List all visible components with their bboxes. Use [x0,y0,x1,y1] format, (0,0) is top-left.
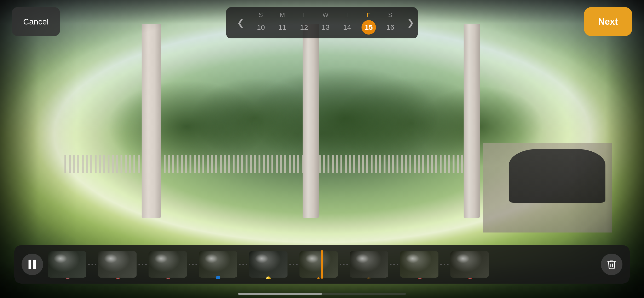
chevron-left-icon: ❮ [237,18,244,28]
timeline-dots-4 [288,264,298,265]
day-letter: F [367,11,371,19]
dot [95,264,96,265]
thumb-glare [456,254,470,263]
thumb-image-1 [98,251,136,278]
next-label: Next [598,17,618,27]
dot [242,264,244,265]
day-letter: M [280,11,285,19]
timeline-event-0[interactable]: 🚗 [48,251,86,278]
day-letter: S [388,11,392,19]
thumb-glare [406,254,419,263]
timeline-event-2[interactable]: 🚗 [148,251,187,278]
progress-bar-container [238,293,406,295]
delete-button[interactable] [601,254,622,275]
day-number: 11 [275,20,290,35]
dot [390,264,392,265]
thumb-image-0 [48,251,86,278]
day-letter: T [345,11,349,19]
timeline-dots-0 [87,264,97,265]
day-letter: W [322,11,329,19]
bottom-controls-bar: 🚗 🚗 🚗 [14,245,630,284]
day-number: 13 [318,20,333,35]
calendar-day-15[interactable]: F 15 [358,11,380,35]
timeline-dots-5 [339,264,349,265]
thumb-glare [154,254,168,263]
dot [296,264,298,265]
dot [444,264,445,265]
event-icon-4: 🔔 [264,275,273,279]
timeline-strip[interactable]: 🚗 🚗 🚗 [48,250,596,279]
event-icon-2: 🚗 [164,275,172,279]
event-icon-7: 🚗 [415,275,424,279]
pause-bar-left [28,260,32,269]
day-number: 16 [383,20,398,35]
thumb-image-6 [350,251,388,278]
calendar-day-14[interactable]: T 14 [336,11,358,35]
timeline-event-3[interactable]: 👤 [199,251,237,278]
cancel-button[interactable]: Cancel [12,7,60,36]
timeline-event-7[interactable]: 🚗 [400,251,438,278]
dot [92,264,93,265]
dot [239,264,240,265]
dot [340,264,341,265]
day-number: 15 [362,20,376,35]
trash-icon [606,259,617,270]
dot [138,264,140,265]
timeline-dots-2 [188,264,198,265]
event-icon-0: 🚗 [63,275,72,279]
calendar-next-button[interactable]: ❯ [404,16,418,30]
day-number: 14 [340,20,354,35]
dot [397,264,398,265]
dot [192,264,194,265]
calendar-bar: ❮ S 10 M 11 T 12 W 13 T 14 F 15 S 16 ❯ [226,7,418,38]
pause-button[interactable] [22,254,43,275]
dot [290,264,291,265]
calendar-prev-button[interactable]: ❮ [233,16,248,30]
day-letter: S [259,11,263,19]
timeline-dots-1 [138,264,148,265]
dot [145,264,146,265]
timeline-event-1[interactable]: 🚗 [98,251,136,278]
next-button[interactable]: Next [584,7,632,36]
timeline-dots-6 [389,264,399,265]
day-letter: T [302,11,306,19]
pause-icon [28,260,36,269]
calendar-day-16[interactable]: S 16 [380,11,401,35]
chevron-right-icon: ❯ [407,18,414,28]
timeline-dots-3 [238,264,248,265]
calendar-days: S 10 M 11 T 12 W 13 T 14 F 15 S 16 [248,11,404,35]
day-number: 10 [254,20,268,35]
thumb-glare [104,254,118,263]
calendar-day-11[interactable]: M 11 [272,11,293,35]
dot [447,264,448,265]
dot [440,264,442,265]
dot [293,264,294,265]
dot [343,264,344,265]
calendar-day-13[interactable]: W 13 [315,11,336,35]
day-number: 12 [297,20,311,35]
thumb-image-8 [450,251,489,278]
thumb-image-3 [199,251,237,278]
timeline-event-6[interactable]: ◈ [350,251,388,278]
timeline-event-4[interactable]: 🔔 [249,251,288,278]
dot [394,264,395,265]
timeline-event-5[interactable]: ◈ [300,251,338,278]
calendar-day-10[interactable]: S 10 [250,11,272,35]
thumb-image-4 [249,251,288,278]
thumb-image-7 [400,251,438,278]
pause-bar-right [33,260,36,269]
event-icon-1: 🚗 [113,275,122,279]
timeline-dots-7 [440,264,450,265]
calendar-day-12[interactable]: T 12 [293,11,315,35]
thumb-image-5 [300,251,338,278]
dot [88,264,90,265]
timeline-event-8[interactable]: 🚗 [450,251,489,278]
cancel-label: Cancel [23,17,49,26]
progress-bar-fill [238,293,322,295]
dot [196,264,197,265]
thumb-glare [204,254,218,263]
playhead [321,250,323,279]
event-icon-3: 👤 [214,275,222,279]
dot [189,264,190,265]
dot [346,264,348,265]
